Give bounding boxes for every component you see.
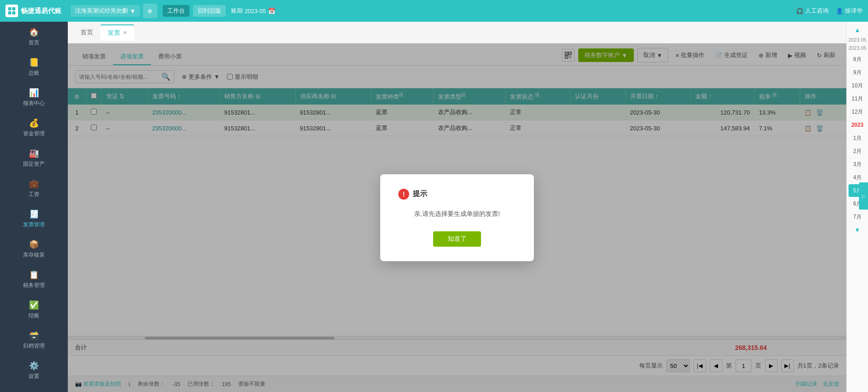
sidebar-item-funds-label: 资金管理: [23, 130, 45, 138]
right-panel-toggle[interactable]: ▷: [859, 182, 868, 210]
period-year-label-1: 2023.05: [847, 36, 868, 43]
period-month-item[interactable]: 3月: [849, 158, 867, 171]
period-nav-up[interactable]: ▲: [851, 24, 864, 36]
tab-invoice[interactable]: 发票 ✕: [100, 24, 134, 41]
company-dropdown-icon: ▼: [130, 8, 136, 14]
period-month-item[interactable]: 11月: [849, 92, 867, 105]
svg-rect-2: [8, 11, 11, 14]
sidebar-item-tax-label: 税务管理: [23, 282, 45, 289]
period-label: 账期: [231, 7, 243, 15]
company-selector[interactable]: 沈海英测试经营勿删 ▼: [71, 5, 140, 17]
sidebar-item-ledger-label: 总账: [28, 69, 39, 77]
sidebar-item-salary[interactable]: 💼 工资: [0, 173, 68, 204]
period-month-item[interactable]: 12月: [849, 105, 867, 118]
tab-bar: 首页 发票 ✕: [68, 22, 846, 43]
modal-warning-icon: !: [398, 189, 409, 200]
period-nav-down[interactable]: ▼: [851, 224, 864, 236]
sidebar-item-tax[interactable]: 📋 税务管理: [0, 264, 68, 295]
user-name: 徐泽华: [845, 7, 863, 15]
tab-home-label: 首页: [80, 29, 93, 37]
period-month-item[interactable]: 2月: [849, 145, 867, 158]
tab-invoice-close[interactable]: ✕: [123, 30, 127, 36]
svg-rect-1: [12, 7, 15, 10]
modal-title-row: ! 提示: [398, 189, 427, 200]
assets-icon: 🏭: [29, 148, 39, 158]
support-label: 人工咨询: [805, 7, 829, 15]
sidebar-item-home[interactable]: 🏠 首页: [0, 22, 68, 52]
period-month-item[interactable]: 10月: [849, 79, 867, 92]
logo-icon: [5, 5, 18, 17]
period-display: 账期 2023-05 📅: [231, 7, 275, 15]
modal-box: ! 提示 亲,请先选择要生成单据的发票! 知道了: [380, 174, 534, 261]
period-value: 2023-05: [245, 8, 266, 14]
workbench-button[interactable]: 工作台: [163, 5, 189, 17]
svg-rect-3: [12, 11, 15, 14]
sidebar-item-home-label: 首页: [28, 39, 39, 47]
sidebar: 🏠 首页 📒 总账 📊 报表中心 💰 资金管理 🏭 固定资产 💼 工资 🧾 发票…: [0, 22, 68, 392]
sidebar-item-salary-label: 工资: [28, 191, 39, 198]
support-item[interactable]: 🎧 人工咨询: [796, 7, 829, 15]
company-name: 沈海英测试经营勿删: [75, 7, 128, 15]
period-year-label-2: 2023.05: [847, 44, 868, 52]
period-month-item[interactable]: 2023: [849, 119, 867, 131]
sidebar-item-invoice[interactable]: 🧾 发票管理: [0, 204, 68, 234]
sidebar-item-archive[interactable]: 🗃️ 归档管理: [0, 325, 68, 355]
period-month-item[interactable]: 8月: [849, 53, 867, 66]
period-month-item[interactable]: 7月: [849, 210, 867, 223]
main-layout: 🏠 首页 📒 总账 📊 报表中心 💰 资金管理 🏭 固定资产 💼 工资 🧾 发票…: [0, 22, 868, 392]
sidebar-item-inventory[interactable]: 📦 库存核算: [0, 234, 68, 264]
sidebar-item-invoice-label: 发票管理: [23, 221, 45, 229]
modal-overlay: ! 提示 亲,请先选择要生成单据的发票! 知道了: [68, 43, 846, 392]
reports-icon: 📊: [29, 88, 39, 98]
app-name: 畅捷通易代账: [21, 7, 61, 15]
warning-symbol: !: [403, 191, 405, 198]
sidebar-item-assets-label: 固定资产: [23, 160, 45, 168]
tab-home[interactable]: 首页: [73, 25, 100, 40]
period-month-item[interactable]: 1月: [849, 132, 867, 144]
sidebar-item-assets[interactable]: 🏭 固定资产: [0, 143, 68, 173]
funds-icon: 💰: [29, 118, 39, 128]
modal-message: 亲,请先选择要生成单据的发票!: [414, 209, 500, 219]
app-logo: 畅捷通易代账: [5, 5, 61, 17]
modal-title: 提示: [413, 189, 427, 199]
sidebar-item-archive-label: 归档管理: [23, 342, 45, 350]
support-icon: 🎧: [796, 8, 803, 14]
archive-icon: 🗃️: [29, 330, 39, 340]
sidebar-item-funds[interactable]: 💰 资金管理: [0, 113, 68, 143]
right-panel-toggle-icon: ▷: [861, 194, 866, 199]
user-item[interactable]: 👤 徐泽华: [836, 7, 863, 15]
settings-icon: ⚙️: [29, 361, 39, 371]
user-avatar-icon: 👤: [836, 8, 843, 14]
modal-ok-button[interactable]: 知道了: [433, 231, 481, 247]
invoice-page: 销项发票 进项发票 费用小票 税务数字账户 ▼: [68, 43, 846, 392]
sidebar-item-settle[interactable]: ✅ 结账: [0, 295, 68, 325]
period-month-item[interactable]: 4月: [849, 171, 867, 184]
sidebar-item-inventory-label: 库存核算: [23, 251, 45, 259]
topbar-right: 🎧 人工咨询 👤 徐泽华: [796, 7, 863, 15]
sidebar-item-ledger[interactable]: 📒 总账: [0, 52, 68, 82]
salary-icon: 💼: [29, 179, 39, 189]
sidebar-item-settle-label: 结账: [28, 312, 39, 320]
ledger-icon: 📒: [29, 57, 39, 67]
period-calendar-icon[interactable]: 📅: [268, 8, 275, 14]
period-month-item[interactable]: 9月: [849, 66, 867, 79]
period-panel: ▲ 2023.05 2023.05 8月9月10月11月12月20231月2月3…: [846, 22, 868, 392]
sidebar-item-reports-label: 报表中心: [23, 100, 45, 107]
sidebar-item-guide[interactable]: 📖 新手引导: [0, 386, 68, 392]
company-action-btn[interactable]: ⊕: [143, 4, 157, 18]
topbar: 畅捷通易代账 沈海英测试经营勿删 ▼ ⊕ 工作台 切到旧版 账期 2023-05…: [0, 0, 868, 22]
switch-version-button[interactable]: 切到旧版: [193, 5, 226, 17]
invoice-icon: 🧾: [29, 209, 39, 219]
sidebar-item-settings[interactable]: ⚙️ 设置: [0, 355, 68, 386]
tab-invoice-label: 发票: [108, 29, 120, 37]
svg-rect-0: [8, 7, 11, 10]
sidebar-item-reports[interactable]: 📊 报表中心: [0, 82, 68, 113]
content-area: 首页 发票 ✕ 销项发票 进项发票 费用小票: [68, 22, 846, 392]
settle-icon: ✅: [29, 300, 39, 310]
tax-icon: 📋: [29, 270, 39, 280]
sidebar-item-settings-label: 设置: [28, 373, 39, 380]
inventory-icon: 📦: [29, 239, 39, 249]
home-icon: 🏠: [29, 27, 39, 37]
